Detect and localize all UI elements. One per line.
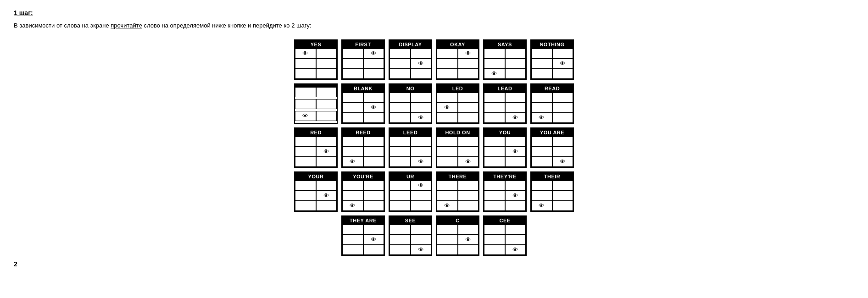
cell-5[interactable]: 👁 (505, 113, 526, 123)
card-READ[interactable]: READ👁 (530, 83, 574, 124)
card-YOU'RE[interactable]: YOU'RE👁 (341, 171, 385, 212)
cell-2[interactable]: 👁 (437, 103, 458, 113)
card-body: 👁 (342, 225, 384, 255)
card-THEIR[interactable]: THEIR👁 (530, 171, 574, 212)
cell-4[interactable]: 👁 (484, 69, 505, 79)
cell-0 (389, 93, 411, 103)
cell-1 (458, 225, 479, 235)
cell-1 (552, 137, 573, 147)
cell-4 (389, 157, 411, 167)
card-UR[interactable]: UR👁 (389, 171, 432, 212)
cell-3[interactable]: 👁 (458, 235, 479, 245)
card-YOUR[interactable]: YOUR👁 (294, 171, 338, 212)
cell-1[interactable]: 👁 (411, 181, 432, 191)
eye-icon: 👁 (512, 115, 518, 121)
cell-3 (505, 103, 526, 113)
card-REED[interactable]: REED👁 (341, 127, 385, 168)
card-LEED[interactable]: LEED👁 (389, 127, 432, 168)
cell-2 (531, 191, 552, 201)
cell-5[interactable]: 👁 (458, 157, 479, 167)
card-SEE[interactable]: SEE👁 (389, 215, 432, 256)
card-YOU[interactable]: YOU👁 (483, 127, 527, 168)
card-body: 👁 (389, 49, 431, 79)
cell-1 (316, 137, 337, 147)
cell-4[interactable]: 👁 (531, 113, 552, 123)
card-YES[interactable]: YES👁 (294, 39, 338, 80)
card-label: THEY ARE (342, 216, 384, 225)
card-body: 👁 (484, 225, 526, 255)
cell-4 (389, 245, 411, 255)
cell-2 (295, 99, 316, 109)
card-THEY ARE[interactable]: THEY ARE👁 (341, 215, 385, 256)
eye-icon: 👁 (465, 237, 471, 243)
cell-5[interactable]: 👁 (505, 245, 526, 255)
cell-3[interactable]: 👁 (316, 147, 337, 157)
card-NOTHING[interactable]: NOTHING👁 (530, 39, 574, 80)
card-CEE[interactable]: CEE👁 (483, 215, 527, 256)
card-THERE[interactable]: THERE👁 (436, 171, 479, 212)
cell-5[interactable]: 👁 (552, 157, 573, 167)
cell-3 (458, 147, 479, 157)
cell-4[interactable]: 👁 (342, 157, 363, 167)
cell-3[interactable]: 👁 (505, 147, 526, 157)
cell-1[interactable]: 👁 (363, 49, 384, 59)
card-body: 👁 (389, 225, 431, 255)
cell-0 (389, 225, 411, 235)
cell-4 (342, 69, 363, 79)
card-FIRST[interactable]: FIRST👁 (341, 39, 385, 80)
cell-4 (437, 157, 458, 167)
card-DISPLAY[interactable]: DISPLAY👁 (389, 39, 432, 80)
card-body: 👁 (437, 181, 479, 211)
eye-icon: 👁 (302, 113, 308, 119)
card-LED[interactable]: LED👁 (436, 83, 479, 124)
cell-4 (295, 157, 316, 167)
cell-2 (484, 147, 505, 157)
cell-4[interactable]: 👁 (531, 201, 552, 211)
cell-4[interactable]: 👁 (342, 201, 363, 211)
cell-5 (363, 201, 384, 211)
cell-5 (458, 245, 479, 255)
cell-4 (295, 69, 316, 79)
card-HOLD ON[interactable]: HOLD ON👁 (436, 127, 479, 168)
cell-3[interactable]: 👁 (363, 235, 384, 245)
eye-icon: 👁 (418, 182, 424, 188)
cell-5[interactable]: 👁 (411, 113, 432, 123)
cell-5 (363, 113, 384, 123)
card-YOU ARE[interactable]: YOU ARE👁 (530, 127, 574, 168)
card-OKAY[interactable]: OKAY👁 (436, 39, 479, 80)
cell-1 (505, 49, 526, 59)
card-empty[interactable]: 👁 (294, 83, 338, 124)
cell-0 (342, 225, 363, 235)
card-label: THEY'RE (484, 172, 526, 181)
card-SAYS[interactable]: SAYS👁 (483, 39, 527, 80)
card-label: RED (295, 128, 337, 137)
card-THEY'RE[interactable]: THEY'RE👁 (483, 171, 527, 212)
cell-1 (363, 93, 384, 103)
cell-0 (437, 93, 458, 103)
cell-0 (437, 137, 458, 147)
cell-2 (484, 191, 505, 201)
card-body: 👁 (437, 225, 479, 255)
cell-3[interactable]: 👁 (505, 191, 526, 201)
cell-4 (389, 113, 411, 123)
card-body: 👁 (531, 93, 573, 123)
cell-4[interactable]: 👁 (437, 201, 458, 211)
cell-1[interactable]: 👁 (458, 49, 479, 59)
cell-4[interactable]: 👁 (295, 111, 316, 121)
card-label: NO (389, 84, 431, 93)
cell-2 (342, 59, 363, 69)
cell-3 (411, 103, 432, 113)
cell-3[interactable]: 👁 (552, 59, 573, 69)
cell-0[interactable]: 👁 (295, 49, 316, 59)
cell-3[interactable]: 👁 (363, 103, 384, 113)
card-RED[interactable]: RED👁 (294, 127, 338, 168)
cell-3[interactable]: 👁 (316, 191, 337, 201)
eye-icon: 👁 (418, 115, 424, 121)
cell-5[interactable]: 👁 (411, 245, 432, 255)
card-NO[interactable]: NO👁 (389, 83, 432, 124)
cell-5[interactable]: 👁 (411, 157, 432, 167)
card-C[interactable]: C👁 (436, 215, 479, 256)
cell-3[interactable]: 👁 (411, 59, 432, 69)
card-LEAD[interactable]: LEAD👁 (483, 83, 527, 124)
card-BLANK[interactable]: BLANK👁 (341, 83, 385, 124)
